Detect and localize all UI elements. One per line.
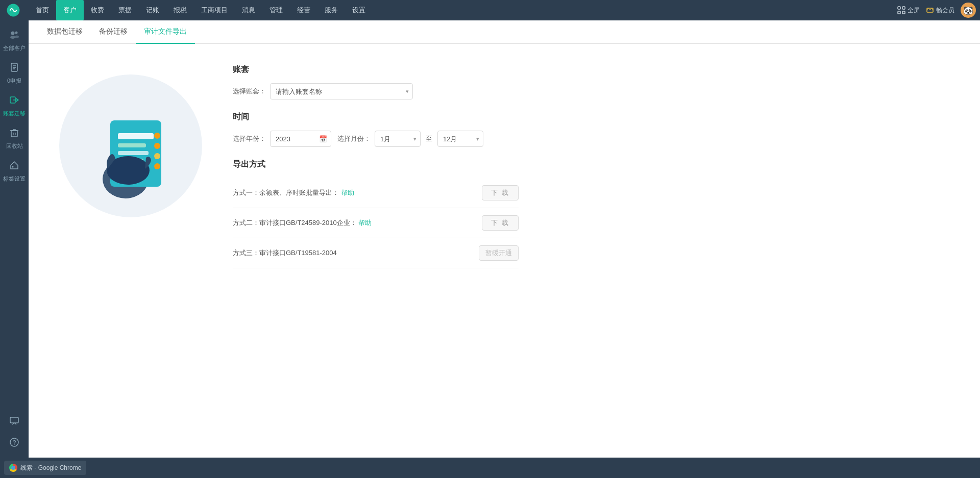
year-input-wrapper[interactable]: 📅: [270, 131, 331, 147]
month-start-wrapper[interactable]: 1月 2月3月4月 5月6月7月 8月9月10月 11月12月 ▾: [375, 131, 421, 147]
nav-bookkeeping[interactable]: 记账: [139, 0, 166, 20]
chrome-icon: [9, 464, 17, 472]
svg-point-7: [10, 36, 15, 39]
vip-button[interactable]: 畅会员: [926, 6, 954, 15]
export-method-2: 方式二：审计接口GB/T24589-2010企业： 帮助 下 载: [233, 208, 519, 238]
month-end-select[interactable]: 1月2月3月 4月5月6月 7月8月9月 10月11月12月: [437, 131, 483, 147]
illustration: [59, 74, 202, 217]
svg-rect-16: [11, 131, 17, 137]
sidebar: 全部客户 0申报 账套迁移 回收站 标签设置: [0, 20, 29, 458]
export-section-title: 导出方式: [233, 159, 519, 170]
svg-rect-3: [898, 11, 900, 14]
tab-backup-migration[interactable]: 备份迁移: [91, 20, 136, 44]
top-nav: 首页 客户 收费 票据 记账 报税 工商项目 消息 管理 经营 服务 设置 全屏: [0, 0, 980, 20]
export-method-3: 方式三：审计接口GB/T19581-2004 暂缓开通: [233, 238, 519, 268]
svg-point-34: [154, 163, 160, 169]
avatar[interactable]: 🐼: [961, 3, 976, 18]
nav-fee[interactable]: 收费: [84, 0, 111, 20]
year-label: 选择年份：: [233, 134, 266, 143]
sidebar-item-migration[interactable]: 账套迁移: [0, 90, 29, 122]
svg-point-8: [15, 32, 18, 34]
month-end-wrapper[interactable]: 1月2月3月 4月5月6月 7月8月9月 10月11月12月 ▾: [437, 131, 483, 147]
svg-point-20: [12, 166, 14, 168]
nav-items: 首页 客户 收费 票据 记账 报税 工商项目 消息 管理 经营 服务 设置: [29, 0, 897, 20]
method3-text: 方式三：审计接口GB/T19581-2004: [233, 248, 337, 258]
sidebar-label-zero-declare: 0申报: [7, 77, 21, 85]
method3-coming-soon-button[interactable]: 暂缓开通: [479, 245, 519, 261]
method1-download-button[interactable]: 下 载: [482, 185, 519, 200]
fullscreen-button[interactable]: 全屏: [897, 6, 920, 15]
method2-help-link[interactable]: 帮助: [358, 219, 372, 227]
sidebar-item-recycle[interactable]: 回收站: [0, 122, 29, 155]
logo[interactable]: [4, 1, 22, 19]
nav-message[interactable]: 消息: [235, 0, 262, 20]
svg-point-6: [11, 32, 15, 35]
illustration-svg: [80, 90, 182, 202]
main-layout: 全部客户 0申报 账套迁移 回收站 标签设置: [0, 20, 980, 458]
nav-business[interactable]: 工商项目: [194, 0, 235, 20]
svg-point-32: [154, 143, 160, 149]
method1-help-link[interactable]: 帮助: [341, 189, 354, 196]
to-label: 至: [426, 134, 432, 143]
form-area: 账套 选择账套： 请输入账套名称 ▾ 时间 选择年份：: [233, 64, 519, 268]
svg-point-31: [154, 133, 160, 139]
help-icon: ?: [9, 437, 19, 448]
account-select[interactable]: 请输入账套名称: [270, 83, 413, 99]
account-label: 选择账套：: [233, 87, 266, 96]
tab-data-migration[interactable]: 数据包迁移: [39, 20, 91, 44]
svg-rect-26: [118, 133, 154, 139]
sidebar-item-tags[interactable]: 标签设置: [0, 155, 29, 188]
time-section-title: 时间: [233, 112, 519, 122]
sidebar-item-zero-declare[interactable]: 0申报: [0, 57, 29, 90]
svg-rect-4: [902, 11, 905, 14]
page-content: 账套 选择账套： 请输入账套名称 ▾ 时间 选择年份：: [29, 44, 980, 458]
nav-client[interactable]: 客户: [56, 0, 84, 20]
top-right: 全屏 畅会员 🐼: [897, 3, 976, 18]
fullscreen-label: 全屏: [908, 6, 920, 15]
nav-tax[interactable]: 报税: [166, 0, 194, 20]
nav-settings[interactable]: 设置: [345, 0, 373, 20]
chat-icon: [9, 416, 19, 427]
svg-rect-21: [10, 417, 18, 423]
year-input[interactable]: [270, 131, 331, 147]
method2-text: 方式二：审计接口GB/T24589-2010企业： 帮助: [233, 218, 372, 228]
nav-service[interactable]: 服务: [317, 0, 345, 20]
taskbar-chrome-item[interactable]: 线索 - Google Chrome: [4, 461, 86, 475]
tags-icon: [9, 160, 19, 173]
taskbar: 线索 - Google Chrome: [0, 458, 980, 478]
all-clients-icon: [9, 30, 19, 42]
sidebar-label-all-clients: 全部客户: [3, 44, 26, 52]
tabs-bar: 数据包迁移 备份迁移 审计文件导出: [29, 20, 980, 44]
export-method-1: 方式一：余额表、序时账批量导出： 帮助 下 载: [233, 178, 519, 208]
nav-manage[interactable]: 管理: [262, 0, 290, 20]
svg-text:?: ?: [13, 439, 16, 446]
account-form-row: 选择账套： 请输入账套名称 ▾: [233, 83, 519, 99]
nav-operation[interactable]: 经营: [290, 0, 317, 20]
fullscreen-icon: [897, 6, 905, 14]
svg-rect-1: [898, 7, 900, 9]
vip-icon: [926, 6, 934, 14]
nav-invoice[interactable]: 票据: [111, 0, 139, 20]
tab-audit-export[interactable]: 审计文件导出: [136, 20, 195, 44]
nav-home[interactable]: 首页: [29, 0, 56, 20]
sidebar-label-recycle: 回收站: [6, 142, 23, 150]
time-form-row: 选择年份： 📅 选择月份： 1月 2月3月4月 5月6月7月 8月9月10月 1…: [233, 131, 519, 147]
migration-icon: [9, 95, 19, 108]
sidebar-item-help[interactable]: ?: [0, 432, 29, 454]
recycle-icon: [9, 128, 19, 140]
svg-rect-27: [118, 143, 146, 147]
month-start-select[interactable]: 1月 2月3月4月 5月6月7月 8月9月10月 11月12月: [375, 131, 421, 147]
svg-rect-28: [118, 151, 149, 155]
sidebar-item-chat[interactable]: [0, 411, 29, 432]
month-label: 选择月份：: [337, 134, 371, 143]
method1-text: 方式一：余额表、序时账批量导出： 帮助: [233, 188, 354, 197]
sidebar-label-migration: 账套迁移: [3, 110, 26, 117]
sidebar-bottom: ?: [0, 411, 29, 454]
svg-point-9: [15, 36, 19, 38]
sidebar-item-all-clients[interactable]: 全部客户: [0, 24, 29, 57]
method2-download-button[interactable]: 下 载: [482, 215, 519, 231]
svg-point-33: [154, 153, 160, 159]
account-select-wrapper[interactable]: 请输入账套名称 ▾: [270, 83, 413, 99]
sidebar-label-tags: 标签设置: [3, 175, 26, 183]
vip-label: 畅会员: [936, 6, 954, 15]
